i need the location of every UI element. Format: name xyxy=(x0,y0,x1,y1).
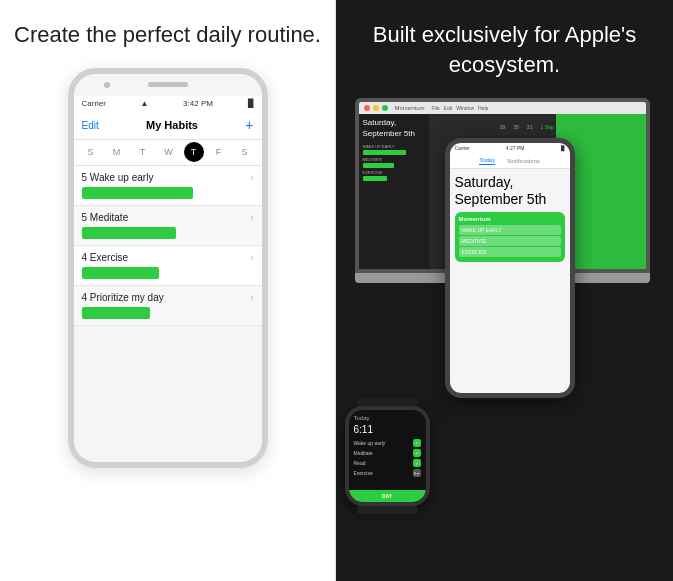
watch-body: Today 6:11 Wake up early ✓ Meditate ✓ Re… xyxy=(345,406,430,506)
iphone-r-momentum-widget: Momentum WAKE UP EARLY MEDITATE EXERCISE xyxy=(455,212,565,262)
habit-chevron-1: › xyxy=(250,172,253,183)
close-dot xyxy=(364,105,370,111)
watch-habit-label-2: Meditate xyxy=(354,450,373,456)
watch-screen: Today 6:11 Wake up early ✓ Meditate ✓ Re… xyxy=(349,410,426,490)
mac-habit-row-3: EXERCISE xyxy=(363,170,425,181)
iphone-top-bar xyxy=(74,74,262,96)
iphone-r-body: Saturday,September 5th Momentum WAKE UP … xyxy=(450,169,570,393)
habit-chevron-2: › xyxy=(250,212,253,223)
menu-window[interactable]: Window xyxy=(456,105,474,111)
watch-date: Today xyxy=(354,415,421,421)
habit-bar-3 xyxy=(82,267,159,279)
watch-habit-label-3: Read xyxy=(354,460,366,466)
habit-title-3: 4 Exercise xyxy=(82,252,129,263)
menubar-items: File Edit Window Help xyxy=(432,105,489,111)
menubar-app-name: Momentum xyxy=(395,105,425,111)
battery-icon: ▉ xyxy=(248,99,254,108)
habit-chevron-3: › xyxy=(250,252,253,263)
day-t1[interactable]: T xyxy=(132,147,154,157)
devices-cluster: Momentum File Edit Window Help Saturday,… xyxy=(345,98,665,518)
menu-file[interactable]: File xyxy=(432,105,440,111)
habit-bar-2 xyxy=(82,227,177,239)
mac-habit-label-1: WAKE UP EARLY xyxy=(363,144,425,149)
left-panel: Create the perfect daily routine. Carrie… xyxy=(0,0,336,581)
mac-habit-bar-1 xyxy=(363,150,406,155)
habit-item-4[interactable]: 4 Prioritize my day › xyxy=(74,286,262,326)
habits-list: 5 Wake up early › 5 Meditate › 4 Exerc xyxy=(74,166,262,462)
watch-day-button[interactable]: DAY xyxy=(349,490,426,502)
watch-strap-top xyxy=(357,398,417,406)
day-s2[interactable]: S xyxy=(234,147,256,157)
days-bar: S M T W T F S xyxy=(74,140,262,166)
day-s1[interactable]: S xyxy=(80,147,102,157)
right-panel: Built exclusively for Apple's ecosystem.… xyxy=(336,0,673,581)
mac-habit-label-3: EXERCISE xyxy=(363,170,425,175)
habit-title-4: 4 Prioritize my day xyxy=(82,292,164,303)
watch-habit-row-3: Read ✓ xyxy=(354,459,421,467)
status-bar: Carrier ▲ 3:42 PM ▉ xyxy=(74,96,262,112)
iphone-right-device: Carrier 4:27 PM ▉ Today Notifications Sa… xyxy=(445,138,575,398)
day-m[interactable]: M xyxy=(106,147,128,157)
iphone-r-widget-title: Momentum xyxy=(459,216,561,222)
watch-habit-check-2: ✓ xyxy=(413,449,421,457)
minimize-dot xyxy=(373,105,379,111)
watch-habit-check-4: 6 ▾ xyxy=(413,469,421,477)
iphone-camera-dot xyxy=(104,82,110,88)
habit-item-2[interactable]: 5 Meditate › xyxy=(74,206,262,246)
menu-help[interactable]: Help xyxy=(478,105,488,111)
macbook-menubar: Momentum File Edit Window Help xyxy=(359,102,646,114)
watch-habit-row-2: Meditate ✓ xyxy=(354,449,421,457)
habit-bar-4 xyxy=(82,307,151,319)
habit-chevron-4: › xyxy=(250,292,253,303)
watch-habit-row-1: Wake up early ✓ xyxy=(354,439,421,447)
habit-item-3[interactable]: 4 Exercise › xyxy=(74,246,262,286)
iphone-speaker xyxy=(148,82,188,87)
nav-title: My Habits xyxy=(146,119,198,131)
watch-habit-label-1: Wake up early xyxy=(354,440,386,446)
time-label: 3:42 PM xyxy=(183,99,213,108)
mac-habit-label-2: MEDITATE xyxy=(363,157,425,162)
iphone-r-date: Saturday,September 5th xyxy=(455,174,565,208)
mac-sidebar: Saturday,September 5th WAKE UP EARLY MED… xyxy=(359,114,429,269)
day-f[interactable]: F xyxy=(208,147,230,157)
watch-time: 6:11 xyxy=(354,424,421,435)
day-w[interactable]: W xyxy=(158,147,180,157)
iphone-r-habit-1: WAKE UP EARLY xyxy=(459,225,561,235)
left-headline: Create the perfect daily routine. xyxy=(14,20,321,50)
mac-habit-bar-2 xyxy=(363,163,394,168)
day-t2-active[interactable]: T xyxy=(184,142,204,162)
habit-title-2: 5 Meditate xyxy=(82,212,129,223)
mac-habit-row-2: MEDITATE xyxy=(363,157,425,168)
iphone-r-content: Saturday,September 5th Momentum WAKE UP … xyxy=(450,169,570,393)
tab-today[interactable]: Today xyxy=(479,157,495,165)
menu-edit[interactable]: Edit xyxy=(444,105,453,111)
iphone-mockup: Carrier ▲ 3:42 PM ▉ Edit My Habits + S M… xyxy=(68,68,268,468)
wifi-icon: ▲ xyxy=(141,99,149,108)
maximize-dot xyxy=(382,105,388,111)
watch-habit-check-3: ✓ xyxy=(413,459,421,467)
add-habit-button[interactable]: + xyxy=(245,117,253,133)
iphone-r-tabs: Today Notifications xyxy=(450,153,570,169)
habit-bar-1 xyxy=(82,187,194,199)
watch-habit-check-1: ✓ xyxy=(413,439,421,447)
edit-button[interactable]: Edit xyxy=(82,120,99,131)
mac-habit-row-1: WAKE UP EARLY xyxy=(363,144,425,155)
carrier-label: Carrier xyxy=(82,99,106,108)
habit-item-1[interactable]: 5 Wake up early › xyxy=(74,166,262,206)
iphone-r-habit-2: MEDITATE xyxy=(459,236,561,246)
watch-strap-bottom xyxy=(357,506,417,514)
iphone-r-habit-3: EXERCISE xyxy=(459,247,561,257)
watch-habit-label-4: Exercise xyxy=(354,470,373,476)
nav-bar: Edit My Habits + xyxy=(74,112,262,140)
habit-title-1: 5 Wake up early xyxy=(82,172,154,183)
tab-notifications[interactable]: Notifications xyxy=(507,158,540,164)
watch-habit-row-4: Exercise 6 ▾ xyxy=(354,469,421,477)
mac-date: Saturday,September 5th xyxy=(363,118,425,139)
iphone-r-statusbar: Carrier 4:27 PM ▉ xyxy=(450,143,570,153)
mac-cal-label: 2930311 Sep xyxy=(500,124,554,132)
right-headline: Built exclusively for Apple's ecosystem. xyxy=(336,20,673,79)
iphone-r-time: 4:27 PM xyxy=(506,145,525,151)
mac-habit-bar-3 xyxy=(363,176,388,181)
iphone-r-battery: ▉ xyxy=(561,145,565,151)
iphone-r-carrier: Carrier xyxy=(455,145,470,151)
